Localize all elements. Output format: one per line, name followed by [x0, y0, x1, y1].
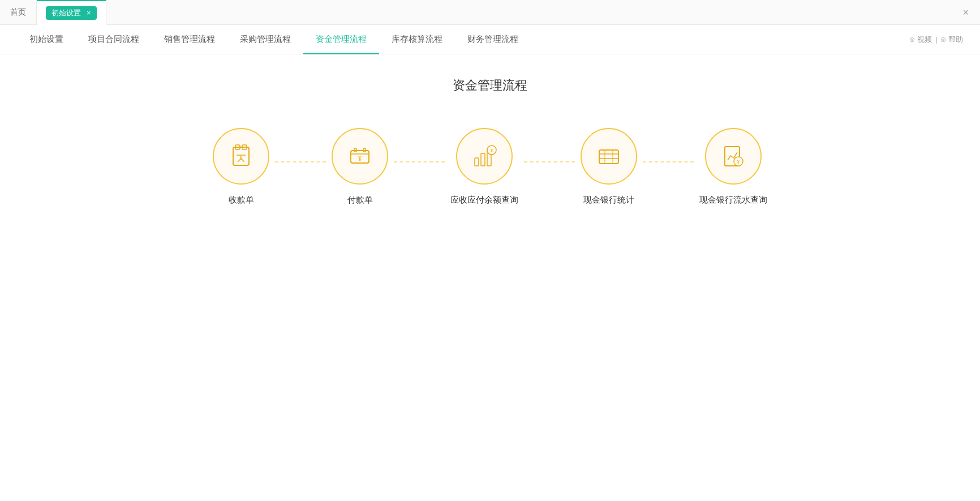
home-tab[interactable]: 首页 — [0, 0, 37, 25]
flow-circle-receipt: ¥ — [213, 128, 269, 185]
dotted-line-1 — [275, 161, 326, 162]
flow-item-bank-stat[interactable]: 现金银行统计 — [581, 128, 637, 205]
help-link[interactable]: ⊙ 帮助 — [940, 35, 963, 45]
home-tab-label: 首页 — [10, 7, 26, 18]
flow-circle-bank-flow: ¥ — [705, 128, 762, 185]
nav-item-capital-label: 资金管理流程 — [316, 34, 367, 45]
nav-item-project[interactable]: 项目合同流程 — [76, 25, 152, 54]
connector-2 — [388, 161, 450, 162]
svg-text:¥: ¥ — [737, 159, 740, 165]
dotted-line-3 — [524, 161, 575, 162]
nav-item-finance[interactable]: 财务管理流程 — [455, 25, 531, 54]
connector-1 — [269, 161, 332, 162]
active-tab[interactable]: 初始设置 × — [37, 0, 106, 25]
flow-label-receipt: 收款单 — [229, 195, 254, 205]
nav-item-inventory[interactable]: 库存核算流程 — [379, 25, 455, 54]
flow-circle-balance: ¥ — [456, 128, 513, 185]
active-tab-text: 初始设置 — [51, 8, 81, 18]
nav-item-initial-label: 初始设置 — [29, 34, 63, 45]
svg-text:¥: ¥ — [358, 155, 362, 162]
flow-container: ¥ 收款单 ¥ 付款单 — [0, 128, 980, 205]
nav-item-initial[interactable]: 初始设置 — [17, 25, 76, 54]
nav-bar: 初始设置 项目合同流程 销售管理流程 采购管理流程 资金管理流程 库存核算流程 … — [0, 25, 980, 54]
flow-circle-bank-stat — [581, 128, 637, 185]
svg-rect-9 — [475, 158, 479, 166]
svg-rect-10 — [481, 153, 485, 166]
window-close-button[interactable]: × — [962, 7, 969, 19]
nav-item-finance-label: 财务管理流程 — [467, 34, 518, 45]
flow-label-payment: 付款单 — [347, 195, 373, 205]
flow-circle-payment: ¥ — [332, 128, 388, 185]
video-link[interactable]: ⊙ 视频 — [909, 35, 932, 45]
nav-item-purchase[interactable]: 采购管理流程 — [227, 25, 303, 54]
nav-item-capital[interactable]: 资金管理流程 — [303, 25, 379, 54]
active-tab-label-badge: 初始设置 × — [46, 6, 97, 20]
svg-rect-14 — [599, 150, 618, 164]
svg-text:¥: ¥ — [491, 148, 493, 153]
connector-3 — [518, 161, 581, 162]
nav-item-purchase-label: 采购管理流程 — [240, 34, 291, 45]
flow-label-balance: 应收应付余额查询 — [450, 195, 518, 205]
flow-item-balance[interactable]: ¥ 应收应付余额查询 — [450, 128, 518, 205]
connector-4 — [637, 161, 699, 162]
tab-close-button[interactable]: × — [87, 8, 91, 17]
nav-item-inventory-label: 库存核算流程 — [392, 34, 442, 45]
flow-item-payment[interactable]: ¥ 付款单 — [332, 128, 388, 205]
flow-label-bank-stat: 现金银行统计 — [583, 195, 634, 205]
nav-item-project-label: 项目合同流程 — [88, 34, 139, 45]
top-bar: 首页 初始设置 × × — [0, 0, 980, 25]
main-content: 资金管理流程 ¥ 收款单 — [0, 54, 980, 205]
page-title: 资金管理流程 — [453, 77, 527, 94]
nav-item-sales[interactable]: 销售管理流程 — [152, 25, 227, 54]
nav-item-sales-label: 销售管理流程 — [164, 34, 215, 45]
dotted-line-2 — [394, 161, 445, 162]
dotted-line-4 — [643, 161, 694, 162]
flow-item-bank-flow[interactable]: ¥ 现金银行流水查询 — [699, 128, 767, 205]
nav-bar-right: ⊙ 视频 | ⊙ 帮助 — [909, 35, 963, 45]
nav-separator: | — [935, 35, 937, 44]
flow-item-receipt[interactable]: ¥ 收款单 — [213, 128, 269, 205]
flow-label-bank-flow: 现金银行流水查询 — [699, 195, 767, 205]
